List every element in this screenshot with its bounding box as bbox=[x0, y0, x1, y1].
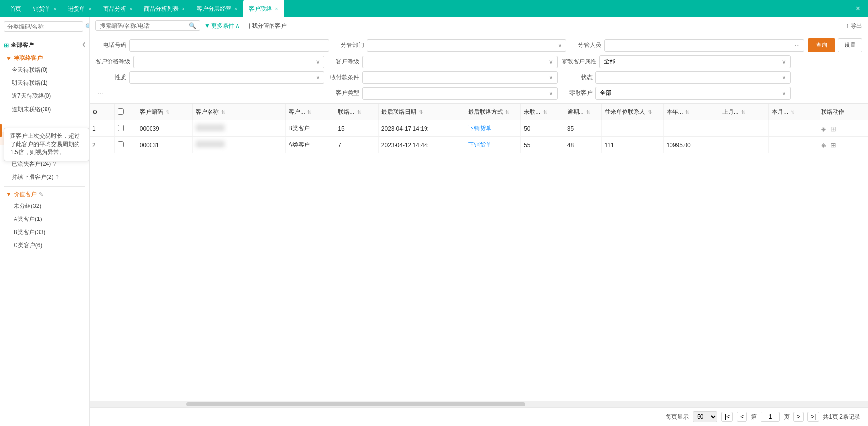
last-page-button[interactable]: >| bbox=[807, 412, 819, 422]
value-a-class[interactable]: A类客户(1) bbox=[0, 213, 89, 226]
price-grade-arrow-icon: ∨ bbox=[316, 59, 320, 65]
value-group-list: 未分组(32) A类客户(1) B类客户(33) C类客户(6) bbox=[0, 200, 89, 252]
nav-home[interactable]: 首页 bbox=[4, 0, 27, 17]
customer-name-0[interactable] bbox=[196, 124, 225, 131]
payment-select[interactable]: ∨ bbox=[362, 71, 557, 84]
collapse-icon[interactable]: 《 bbox=[79, 41, 85, 49]
search-input[interactable] bbox=[100, 22, 187, 29]
price-grade-select[interactable]: ∨ bbox=[133, 56, 324, 68]
sort-name-icon[interactable]: ⇅ bbox=[221, 109, 225, 115]
per-page-select[interactable]: 50 20 100 bbox=[693, 411, 717, 422]
phone-input[interactable] bbox=[129, 39, 329, 52]
sort-uncontact-icon[interactable]: ⇅ bbox=[543, 109, 547, 115]
sort-code-icon[interactable]: ⇅ bbox=[166, 109, 169, 115]
th-cur-month[interactable]: 本月... ⇅ bbox=[769, 104, 818, 120]
close-customer-contact[interactable]: × bbox=[275, 6, 278, 12]
pending-overdue[interactable]: 逾期未联络(30) bbox=[0, 103, 89, 116]
th-overdue[interactable]: 逾期... ⇅ bbox=[564, 104, 601, 120]
th-contact-count[interactable]: 联络... ⇅ bbox=[335, 104, 379, 120]
export-button[interactable]: ↑ 导出 bbox=[846, 22, 862, 30]
nav-sales-order[interactable]: 销货单 × bbox=[27, 0, 62, 17]
contact-action-icon-1[interactable]: ◈ bbox=[821, 141, 826, 149]
th-last-month[interactable]: 上月... ⇅ bbox=[719, 104, 768, 120]
close-sales-order[interactable]: × bbox=[53, 6, 56, 12]
value-ungroup[interactable]: 未分组(32) bbox=[0, 200, 89, 213]
pending-7days[interactable]: 近7天待联络(0) bbox=[0, 89, 89, 103]
pending-today[interactable]: 今天待联络(0) bbox=[0, 63, 89, 76]
search-icon[interactable]: 🔍 bbox=[189, 22, 196, 29]
filter-cell-nature: 性质 ∨ bbox=[95, 71, 324, 84]
close-purchase-order[interactable]: × bbox=[88, 6, 91, 12]
more-action-icon-0[interactable]: ⊞ bbox=[830, 125, 836, 132]
close-product-analysis[interactable]: × bbox=[129, 6, 132, 12]
more-conditions-button[interactable]: ▼ 更多条件 ∧ bbox=[204, 22, 240, 30]
nav-purchase-order[interactable]: 进货单 × bbox=[62, 0, 97, 17]
first-page-button[interactable]: |< bbox=[721, 412, 733, 422]
sort-type-icon[interactable]: ⇅ bbox=[307, 109, 311, 115]
query-button[interactable]: 查询 bbox=[808, 38, 835, 52]
next-page-button[interactable]: > bbox=[793, 412, 804, 422]
sort-cur-month-icon[interactable]: ⇅ bbox=[791, 109, 794, 115]
th-last-contact-method[interactable]: 最后联络方式 ⇅ bbox=[465, 104, 521, 120]
horizontal-scrollbar[interactable] bbox=[90, 401, 868, 407]
sort-date-icon[interactable]: ⇅ bbox=[419, 109, 423, 115]
customer-grade-select[interactable]: ∨ bbox=[362, 56, 557, 68]
declining-customers[interactable]: 持续下滑客户(2) ? bbox=[0, 171, 89, 184]
th-type[interactable]: 客户... ⇅ bbox=[285, 104, 335, 120]
th-code[interactable]: 客户编码 ⇅ bbox=[137, 104, 192, 120]
th-year-amount[interactable]: 本年... ⇅ bbox=[663, 104, 719, 120]
dept-select[interactable]: ∨ bbox=[367, 39, 567, 52]
scatter-customer-select[interactable]: 全部 ∨ bbox=[595, 87, 791, 100]
sidebar-search-icon[interactable]: 🔍 bbox=[85, 23, 90, 30]
scrollbar-thumb[interactable] bbox=[186, 402, 525, 406]
contact-method-link-1[interactable]: 下销货单 bbox=[468, 141, 491, 148]
sidebar-search-input[interactable] bbox=[4, 21, 83, 32]
sort-year-icon[interactable]: ⇅ bbox=[685, 109, 689, 115]
th-name[interactable]: 客户名称 ⇅ bbox=[192, 104, 285, 120]
nav-product-analysis[interactable]: 商品分析 × bbox=[97, 0, 138, 17]
settings-button[interactable]: 设置 bbox=[838, 38, 862, 52]
contact-method-link-0[interactable]: 下销货单 bbox=[468, 125, 491, 132]
customer-name-1[interactable] bbox=[196, 141, 225, 147]
sort-last-month-icon[interactable]: ⇅ bbox=[741, 109, 745, 115]
per-page-label: 每页显示 bbox=[666, 413, 689, 421]
more-action-icon-1[interactable]: ⊞ bbox=[830, 141, 836, 149]
row-checkbox-1[interactable] bbox=[118, 141, 124, 147]
nav-customer-segment[interactable]: 客户分层经营 × bbox=[191, 0, 243, 17]
pending-contact-section[interactable]: ▼ 待联络客户 bbox=[0, 52, 89, 63]
close-customer-segment[interactable]: × bbox=[234, 6, 237, 12]
filter-cell-status: 状态 ∨ bbox=[562, 71, 791, 84]
th-uncontact[interactable]: 未联... ⇅ bbox=[521, 104, 564, 120]
nature-select[interactable]: ∨ bbox=[129, 71, 324, 84]
sort-contact-person-icon[interactable]: ⇅ bbox=[648, 109, 652, 115]
nav-product-analysis-list[interactable]: 商品分析列表 × bbox=[138, 0, 190, 17]
row-checkbox-0[interactable] bbox=[118, 125, 124, 131]
page-number-input[interactable] bbox=[761, 412, 780, 422]
th-contact-person[interactable]: 往来单位联系人 ⇅ bbox=[601, 104, 663, 120]
contact-action-icon-0[interactable]: ◈ bbox=[821, 125, 826, 132]
select-all-checkbox[interactable] bbox=[118, 108, 124, 115]
window-close-button[interactable]: × bbox=[852, 4, 864, 13]
filter-cell-dept: 分管部门 ∨ bbox=[333, 39, 567, 52]
edit-value-groups-icon[interactable]: ✎ bbox=[39, 191, 43, 198]
nav-customer-contact[interactable]: 客户联络 × bbox=[243, 0, 284, 17]
scatter-attr-select[interactable]: 全部 ∨ bbox=[599, 55, 791, 68]
pending-tomorrow[interactable]: 明天待联络(1) bbox=[0, 76, 89, 89]
settings-icon[interactable]: ⚙ bbox=[92, 109, 98, 116]
value-customers-section[interactable]: ▼ 价值客户 ✎ bbox=[0, 189, 89, 200]
sort-overdue-icon[interactable]: ⇅ bbox=[586, 109, 590, 115]
th-last-contact-date[interactable]: 最后联络日期 ⇅ bbox=[378, 104, 465, 120]
value-b-class[interactable]: B类客户(33) bbox=[0, 226, 89, 239]
tree-root-all-customers[interactable]: ⊞ 全部客户 《 bbox=[0, 38, 89, 52]
phone-label: 电话号码 bbox=[95, 41, 126, 49]
prev-page-button[interactable]: < bbox=[737, 412, 747, 422]
more-filters-button[interactable]: ··· bbox=[95, 89, 105, 97]
status-select[interactable]: ∨ bbox=[595, 71, 791, 84]
person-select[interactable]: ··· bbox=[604, 39, 804, 52]
sort-method-icon[interactable]: ⇅ bbox=[505, 109, 509, 115]
customer-type-select[interactable]: ∨ bbox=[362, 87, 557, 100]
value-c-class[interactable]: C类客户(6) bbox=[0, 239, 89, 252]
my-customers-checkbox[interactable] bbox=[244, 23, 250, 29]
close-product-analysis-list[interactable]: × bbox=[182, 6, 184, 12]
sort-contact-icon[interactable]: ⇅ bbox=[357, 109, 361, 115]
